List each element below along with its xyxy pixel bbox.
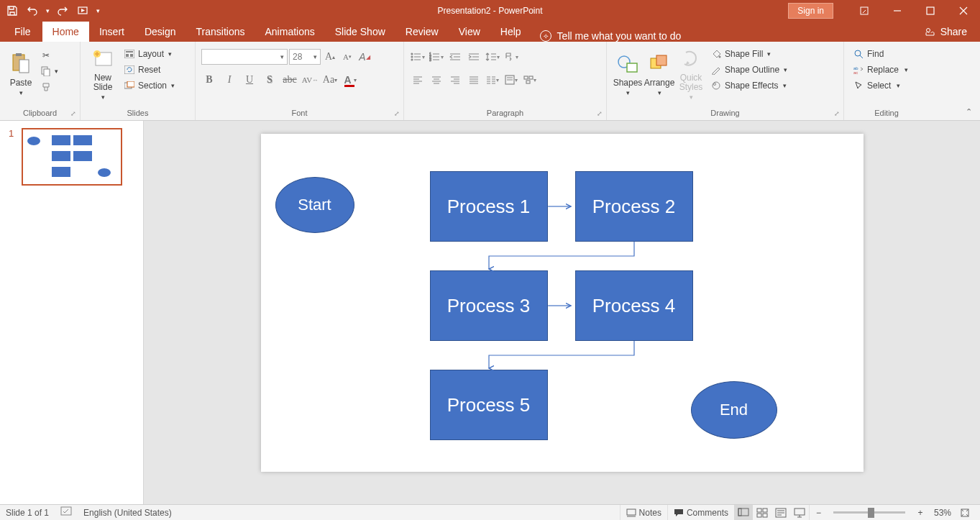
select-button[interactable]: Select▾ [850, 79, 903, 92]
copy-button[interactable]: ▾ [37, 65, 61, 78]
shape-process-2[interactable]: Process 2 [575, 171, 693, 242]
zoom-slider-knob[interactable] [868, 508, 874, 518]
ribbon-options-icon[interactable] [848, 0, 881, 22]
slide[interactable]: Start Process 1 Process 2 Process 3 Proc… [261, 134, 864, 472]
new-slide-button[interactable]: New Slide ▾ [86, 45, 119, 102]
save-icon[interactable] [3, 1, 22, 20]
arrow-p4-p5[interactable] [486, 341, 637, 373]
align-text-button[interactable]: ▾ [503, 72, 519, 88]
justify-button[interactable] [466, 72, 482, 88]
drawing-dialog-launcher[interactable]: ⤢ [832, 109, 842, 119]
collapse-ribbon-icon[interactable]: ⌃ [961, 106, 976, 117]
clipboard-dialog-launcher[interactable]: ⤢ [68, 109, 78, 119]
font-size-combo[interactable]: 28▾ [289, 49, 321, 65]
increase-indent-button[interactable] [466, 49, 482, 65]
change-case-button[interactable]: Aa▾ [322, 72, 338, 88]
font-color-button[interactable]: A▾ [342, 72, 358, 88]
normal-view-button[interactable] [734, 505, 753, 521]
shape-start[interactable]: Start [275, 177, 354, 233]
shape-effects-button[interactable]: Shape Effects▾ [707, 79, 790, 92]
underline-button[interactable]: U [242, 72, 257, 88]
bold-button[interactable]: B [201, 72, 217, 88]
zoom-out-button[interactable]: − [809, 505, 828, 521]
shapes-button[interactable]: Shapes▾ [613, 45, 643, 102]
tab-review[interactable]: Review [395, 22, 449, 42]
thumbnail-image[interactable] [22, 128, 122, 186]
close-icon[interactable] [947, 0, 980, 22]
columns-button[interactable]: ▾ [485, 72, 500, 88]
replace-button[interactable]: abacReplace▾ [850, 63, 911, 76]
shape-process-4[interactable]: Process 4 [575, 270, 693, 341]
tab-view[interactable]: View [449, 22, 490, 42]
sign-in-button[interactable]: Sign in [788, 3, 833, 19]
tab-animations[interactable]: Animations [255, 22, 324, 42]
start-from-beginning-icon[interactable] [73, 1, 92, 20]
decrease-indent-button[interactable] [447, 49, 463, 65]
qat-customize-icon[interactable]: ▾ [93, 1, 102, 20]
arrow-p1-p2[interactable] [548, 201, 575, 211]
shape-process-5[interactable]: Process 5 [430, 370, 548, 440]
layout-button[interactable]: Layout▾ [121, 47, 178, 60]
bullets-button[interactable]: ▾ [410, 49, 426, 65]
italic-button[interactable]: I [221, 72, 237, 88]
arrow-p2-p3[interactable] [486, 242, 637, 273]
reading-view-button[interactable] [771, 505, 790, 521]
shape-process-3[interactable]: Process 3 [430, 270, 548, 341]
fit-to-window-button[interactable] [956, 505, 974, 521]
tab-file[interactable]: File [3, 22, 42, 42]
shadow-button[interactable]: S [262, 72, 278, 88]
undo-icon[interactable] [23, 1, 42, 20]
text-direction-button[interactable]: ▾ [503, 49, 519, 65]
paragraph-dialog-launcher[interactable]: ⤢ [595, 109, 605, 119]
shape-outline-button[interactable]: Shape Outline▾ [707, 63, 790, 76]
slideshow-view-button[interactable] [790, 505, 809, 521]
line-spacing-button[interactable]: ▾ [485, 49, 500, 65]
maximize-icon[interactable] [914, 0, 947, 22]
zoom-slider[interactable] [833, 511, 905, 514]
section-button[interactable]: Section▾ [121, 79, 178, 92]
share-button[interactable]: Share [919, 23, 973, 40]
cut-button[interactable]: ✂ [37, 49, 61, 62]
tab-design[interactable]: Design [134, 22, 186, 42]
grow-font-button[interactable]: A▴ [322, 49, 338, 65]
thumbnail-1[interactable]: 1 [9, 128, 134, 186]
tab-help[interactable]: Help [490, 22, 531, 42]
reset-button[interactable]: Reset [121, 63, 178, 76]
align-left-button[interactable] [410, 72, 426, 88]
clear-formatting-button[interactable]: A◢ [357, 49, 372, 65]
char-spacing-button[interactable]: AV↔ [302, 72, 318, 88]
language-indicator[interactable]: English (United States) [83, 508, 172, 518]
shape-end[interactable]: End [691, 381, 777, 439]
arrow-p3-p4[interactable] [548, 301, 575, 311]
numbering-button[interactable]: 123▾ [429, 49, 444, 65]
shape-process-1[interactable]: Process 1 [430, 171, 548, 242]
find-button[interactable]: Find [850, 47, 887, 60]
notes-button[interactable]: Notes [620, 505, 667, 521]
font-dialog-launcher[interactable]: ⤢ [392, 109, 402, 119]
tell-me-search[interactable]: ✧ Tell me what you want to do [531, 30, 690, 42]
arrange-button[interactable]: Arrange▾ [644, 45, 674, 102]
comments-button[interactable]: Comments [667, 505, 734, 521]
tab-home[interactable]: Home [42, 22, 89, 42]
strikethrough-button[interactable]: abc [282, 72, 298, 88]
tab-insert[interactable]: Insert [89, 22, 134, 42]
spellcheck-icon[interactable] [60, 506, 72, 519]
smartart-button[interactable]: ▾ [522, 72, 538, 88]
zoom-level[interactable]: 53% [930, 508, 956, 518]
undo-dropdown-icon[interactable]: ▾ [43, 1, 52, 20]
tab-slideshow[interactable]: Slide Show [325, 22, 395, 42]
shrink-font-button[interactable]: A▾ [339, 49, 355, 65]
format-painter-button[interactable] [37, 81, 61, 93]
paste-button[interactable]: Paste ▾ [6, 45, 36, 102]
slide-sorter-view-button[interactable] [753, 505, 771, 521]
slide-canvas-area[interactable]: Start Process 1 Process 2 Process 3 Proc… [144, 121, 980, 504]
align-center-button[interactable] [429, 72, 444, 88]
slide-indicator[interactable]: Slide 1 of 1 [6, 508, 49, 518]
quick-styles-button[interactable]: Quick Styles▾ [676, 45, 706, 102]
slide-thumbnail-panel[interactable]: 1 [0, 121, 144, 504]
zoom-in-button[interactable]: + [911, 505, 930, 521]
tab-transitions[interactable]: Transitions [186, 22, 255, 42]
align-right-button[interactable] [447, 72, 463, 88]
redo-icon[interactable] [53, 1, 72, 20]
shape-fill-button[interactable]: Shape Fill▾ [707, 47, 790, 60]
